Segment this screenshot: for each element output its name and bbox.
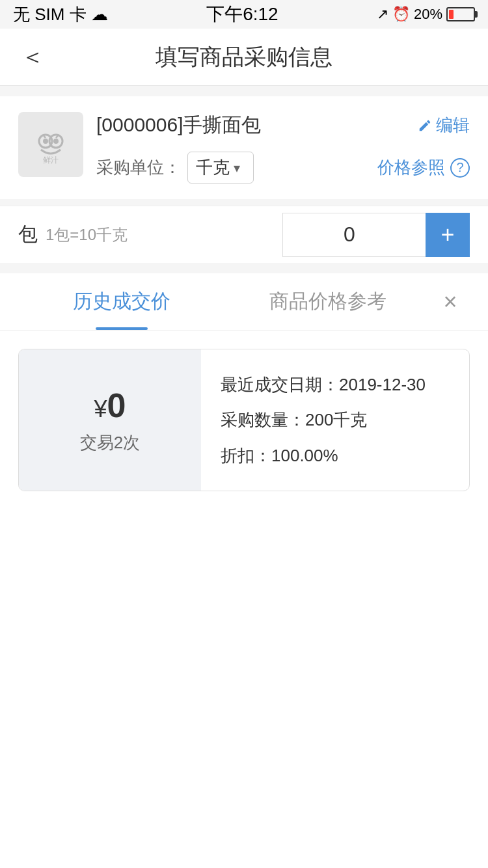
discount-value: 100.00% bbox=[271, 446, 338, 465]
price-card-container: ¥0 交易2次 最近成交日期：2019-12-30 采购数量：200千克 折扣：… bbox=[0, 331, 488, 509]
tab-close-button[interactable]: × bbox=[431, 282, 470, 321]
close-icon: × bbox=[443, 288, 457, 316]
quantity-detail-value: 200千克 bbox=[305, 410, 367, 429]
product-section: 鲜汁 [0000006]手撕面包 编辑 采购单位： 千克 ▾ bbox=[0, 96, 488, 199]
help-icon: ? bbox=[450, 158, 470, 178]
quantity-plus-button[interactable]: + bbox=[426, 213, 470, 257]
edit-icon bbox=[418, 118, 432, 133]
recent-date-row: 最近成交日期：2019-12-30 bbox=[221, 373, 450, 396]
product-name: [0000006]手撕面包 bbox=[96, 112, 261, 139]
product-header: 鲜汁 [0000006]手撕面包 编辑 采购单位： 千克 ▾ bbox=[18, 112, 470, 183]
recent-date-value: 2019-12-30 bbox=[339, 375, 426, 394]
battery-icon bbox=[446, 7, 475, 21]
price-left: ¥0 交易2次 bbox=[19, 349, 201, 491]
product-info: [0000006]手撕面包 编辑 采购单位： 千克 ▾ 价格 bbox=[96, 112, 470, 183]
price-ref-label: 价格参照 bbox=[377, 156, 445, 179]
tab-history-price[interactable]: 历史成交价 bbox=[18, 273, 224, 330]
svg-point-2 bbox=[43, 139, 48, 144]
quantity-unit: 包 bbox=[18, 221, 38, 248]
location-icon: ↗ bbox=[377, 6, 388, 23]
product-title-row: [0000006]手撕面包 编辑 bbox=[96, 112, 470, 139]
price-value: 0 bbox=[107, 387, 126, 424]
nav-bar: ＜ 填写商品采购信息 bbox=[0, 29, 488, 86]
currency-symbol: ¥ bbox=[94, 396, 107, 422]
status-left: 无 SIM 卡 ☁ bbox=[13, 3, 108, 26]
signal-text: 无 SIM 卡 ☁ bbox=[13, 3, 108, 26]
tab-price-ref-label: 商品价格参考 bbox=[269, 288, 386, 315]
quantity-input[interactable] bbox=[282, 213, 426, 257]
edit-label: 编辑 bbox=[436, 114, 470, 137]
price-card: ¥0 交易2次 最近成交日期：2019-12-30 采购数量：200千克 折扣：… bbox=[18, 349, 470, 491]
recent-date-label: 最近成交日期： bbox=[221, 375, 339, 394]
unit-label-text: 采购单位： bbox=[96, 156, 181, 179]
tab-section: 历史成交价 商品价格参考 × ¥0 交易2次 最近成交日期：2019-12-30… bbox=[0, 273, 488, 868]
status-right: ↗ ⏰ 20% bbox=[377, 6, 475, 23]
unit-label: 采购单位： 千克 ▾ bbox=[96, 152, 254, 183]
quantity-label: 包 1包=10千克 bbox=[18, 221, 128, 248]
page-footer-fill bbox=[0, 509, 488, 868]
quantity-row: 采购数量：200千克 bbox=[221, 408, 450, 431]
svg-point-3 bbox=[53, 139, 59, 144]
plus-icon: + bbox=[441, 221, 454, 249]
quantity-controls: + bbox=[282, 213, 470, 257]
tab-history-price-label: 历史成交价 bbox=[73, 288, 170, 315]
price-ref-button[interactable]: 价格参照 ? bbox=[377, 156, 470, 179]
quantity-detail-label: 采购数量： bbox=[221, 410, 305, 429]
page-title: 填写商品采购信息 bbox=[156, 42, 332, 72]
edit-button[interactable]: 编辑 bbox=[418, 114, 470, 137]
price-amount: ¥0 bbox=[94, 386, 126, 425]
quantity-unit-hint: 1包=10千克 bbox=[46, 224, 128, 245]
product-unit-row: 采购单位： 千克 ▾ 价格参照 ? bbox=[96, 152, 470, 183]
tab-bar: 历史成交价 商品价格参考 × bbox=[0, 273, 488, 331]
back-button[interactable]: ＜ bbox=[13, 38, 52, 77]
product-thumb-icon: 鲜汁 bbox=[31, 125, 70, 164]
back-icon: ＜ bbox=[21, 41, 44, 73]
status-time: 下午6:12 bbox=[206, 2, 278, 27]
quantity-section: 包 1包=10千克 + bbox=[0, 206, 488, 263]
unit-value: 千克 bbox=[196, 156, 230, 179]
status-bar: 无 SIM 卡 ☁ 下午6:12 ↗ ⏰ 20% bbox=[0, 0, 488, 29]
price-right: 最近成交日期：2019-12-30 采购数量：200千克 折扣：100.00% bbox=[201, 349, 469, 491]
trade-count: 交易2次 bbox=[80, 431, 140, 454]
unit-select[interactable]: 千克 ▾ bbox=[187, 152, 254, 183]
unit-select-arrow: ▾ bbox=[234, 160, 240, 176]
svg-text:鲜汁: 鲜汁 bbox=[43, 156, 59, 164]
product-thumbnail: 鲜汁 bbox=[18, 112, 83, 177]
discount-label: 折扣： bbox=[221, 446, 271, 465]
alarm-icon: ⏰ bbox=[392, 6, 410, 23]
battery-percent: 20% bbox=[414, 6, 442, 23]
discount-row: 折扣：100.00% bbox=[221, 444, 450, 467]
tab-price-ref[interactable]: 商品价格参考 bbox=[224, 273, 431, 330]
battery-fill bbox=[449, 10, 454, 19]
